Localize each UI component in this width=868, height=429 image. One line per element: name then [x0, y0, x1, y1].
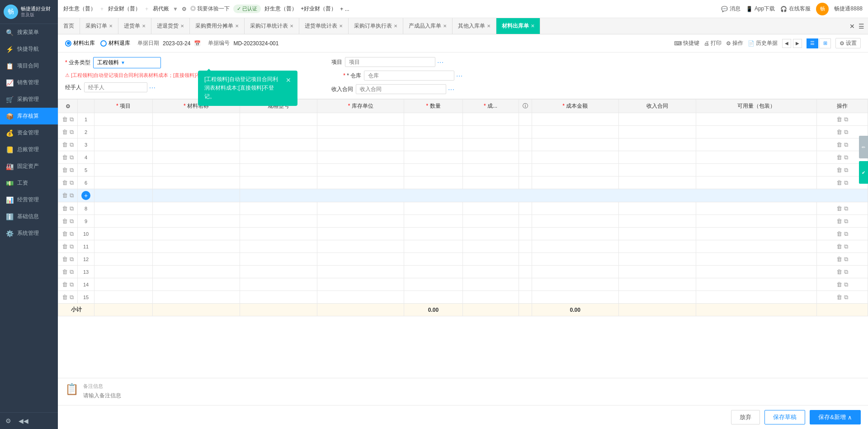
topbar-good-business[interactable]: 好生意（普） [63, 5, 96, 13]
row-spec-cell[interactable] [240, 176, 317, 189]
calendar-icon[interactable]: 📅 [194, 40, 201, 47]
topbar-app-download[interactable]: 📱 App下载 [746, 5, 775, 13]
tab-close-purchase-stat[interactable]: ✕ [290, 24, 293, 29]
delete-icon[interactable]: 🗑 [836, 294, 842, 301]
row-cost-amount-cell[interactable] [532, 126, 618, 138]
copy-row-icon[interactable]: ⧉ [70, 294, 74, 301]
row-project-cell[interactable] [94, 138, 153, 151]
row-spec-cell[interactable] [240, 266, 317, 278]
operation-btn[interactable]: ⚙ 操作 [726, 39, 743, 47]
topbar-easy-account[interactable]: 易代账 [153, 5, 169, 13]
delete-icon[interactable]: 🗑 [836, 256, 842, 263]
copy-row-icon[interactable]: ⧉ [70, 192, 74, 199]
sidebar-item-system[interactable]: ⚙️ 系统管理 [0, 225, 58, 242]
row-project-cell[interactable] [94, 202, 153, 215]
tab-close-order-exec[interactable]: ✕ [394, 24, 397, 29]
row-name-cell[interactable] [153, 189, 240, 202]
row-spec-cell[interactable] [240, 240, 317, 253]
row-qty-cell[interactable] [404, 202, 462, 215]
row-name-cell[interactable] [153, 138, 240, 151]
sidebar-item-inventory[interactable]: 📦 库存核算 [0, 108, 58, 124]
row-spec-cell[interactable] [240, 164, 317, 176]
tab-home[interactable]: 首页 [58, 18, 80, 34]
topbar-customer-service[interactable]: 🎧 在线客服 [780, 5, 811, 13]
row-cost-cell[interactable] [462, 228, 519, 240]
tab-close-material-out[interactable]: ✕ [531, 24, 534, 29]
copy-icon[interactable]: ⧉ [844, 243, 848, 250]
tab-goods-stat[interactable]: 进货单统计表 ✕ [299, 18, 349, 34]
row-contract-cell[interactable] [619, 164, 696, 176]
row-cost-cell[interactable] [462, 215, 519, 228]
row-cost-amount-cell[interactable] [532, 176, 618, 189]
tab-close-all-icon[interactable]: ✕ [849, 23, 855, 30]
notes-input[interactable] [83, 391, 861, 400]
shortcut-keys-btn[interactable]: ⌨ 快捷键 [674, 39, 699, 47]
row-contract-cell[interactable] [619, 228, 696, 240]
row-cost-cell[interactable] [462, 240, 519, 253]
income-contract-input[interactable] [356, 84, 446, 94]
save-draft-button[interactable]: 保存草稿 [764, 410, 805, 424]
row-qty-cell[interactable] [404, 253, 462, 266]
row-unit-cell[interactable] [317, 240, 404, 253]
print-btn[interactable]: 🖨 打印 [704, 39, 722, 47]
tab-order-exec[interactable]: 采购订单执行表 ✕ [349, 18, 403, 34]
th-settings[interactable]: ⚙ [58, 100, 78, 113]
tab-close-product-warehouse[interactable]: ✕ [443, 24, 447, 29]
row-contract-cell[interactable] [619, 240, 696, 253]
tab-goods-return[interactable]: 进退货货 ✕ [151, 18, 190, 34]
row-contract-cell[interactable] [619, 253, 696, 266]
copy-icon[interactable]: ⧉ [844, 281, 848, 288]
sidebar-item-accounting[interactable]: 📒 总账管理 [0, 141, 58, 158]
row-contract-cell[interactable] [619, 215, 696, 228]
copy-icon[interactable]: ⧉ [844, 129, 848, 136]
tab-goods-receipt[interactable]: 进货单 ✕ [118, 18, 151, 34]
nav-next[interactable]: ▶ [793, 39, 802, 48]
row-cost-cell[interactable] [462, 113, 519, 126]
warehouse-dots-btn[interactable]: ··· [456, 72, 463, 79]
copy-icon[interactable]: ⧉ [844, 179, 848, 186]
row-qty-cell[interactable] [404, 240, 462, 253]
row-qty-cell[interactable] [404, 164, 462, 176]
collapse-icon[interactable]: ◀◀ [19, 417, 28, 424]
row-contract-cell[interactable] [619, 138, 696, 151]
row-project-cell[interactable] [94, 291, 153, 304]
sidebar-item-management[interactable]: 📊 经营管理 [0, 191, 58, 208]
delete-icon[interactable]: 🗑 [836, 167, 842, 174]
row-name-cell[interactable] [153, 291, 240, 304]
row-qty-cell[interactable] [404, 151, 462, 164]
row-cost-amount-cell[interactable] [532, 266, 618, 278]
row-project-cell[interactable] [94, 253, 153, 266]
row-name-cell[interactable] [153, 126, 240, 138]
row-name-cell[interactable] [153, 202, 240, 215]
row-unit-cell[interactable] [317, 113, 404, 126]
copy-row-icon[interactable]: ⧉ [70, 268, 74, 276]
row-spec-cell[interactable] [240, 278, 317, 291]
project-input[interactable] [345, 57, 435, 67]
delete-row-icon[interactable]: 🗑 [62, 268, 68, 276]
delete-icon[interactable]: 🗑 [836, 154, 842, 161]
copy-row-icon[interactable]: ⧉ [70, 218, 74, 225]
delete-row-icon[interactable]: 🗑 [62, 294, 68, 301]
user-avatar[interactable]: 畅 [816, 3, 829, 15]
row-name-cell[interactable] [153, 113, 240, 126]
row-contract-cell[interactable] [619, 126, 696, 138]
row-qty-cell[interactable] [404, 266, 462, 278]
copy-row-icon[interactable]: ⧉ [70, 167, 74, 174]
row-qty-cell[interactable] [404, 291, 462, 304]
delete-row-icon[interactable]: 🗑 [62, 167, 68, 174]
delete-row-icon[interactable]: 🗑 [62, 116, 68, 123]
row-project-cell[interactable] [94, 176, 153, 189]
row-cost-amount-cell[interactable] [532, 215, 618, 228]
tab-purchase-order[interactable]: 采购订单 ✕ [80, 18, 118, 34]
history-btn[interactable]: 📄 历史单据 [748, 39, 778, 47]
row-project-cell[interactable] [94, 215, 153, 228]
row-contract-cell[interactable] [619, 266, 696, 278]
business-type-select[interactable]: 工程领料 ▼ [93, 57, 161, 68]
sidebar-item-funds[interactable]: 💰 资金管理 [0, 124, 58, 141]
row-unit-cell[interactable] [317, 291, 404, 304]
row-qty-cell[interactable] [404, 113, 462, 126]
delete-row-icon[interactable]: 🗑 [62, 192, 68, 199]
view-list-btn[interactable]: ☰ [807, 38, 818, 48]
row-unit-cell[interactable] [317, 215, 404, 228]
copy-icon[interactable]: ⧉ [844, 205, 848, 212]
